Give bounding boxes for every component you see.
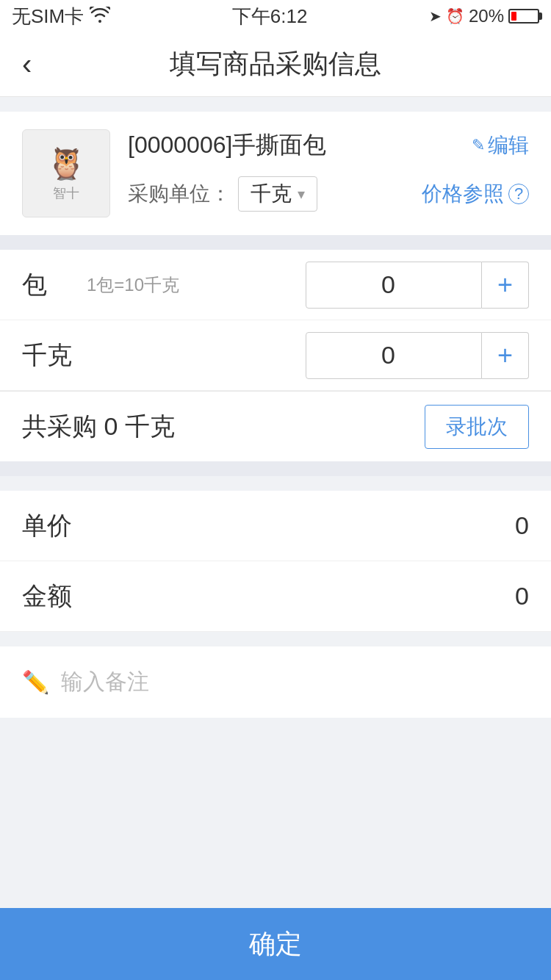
status-left: 无SIM卡 — [12, 4, 110, 29]
time-text: 下午6:12 — [232, 4, 308, 29]
status-bar: 无SIM卡 下午6:12 ➤ ⏰ 20% — [0, 0, 551, 32]
amount-value: 0 — [515, 582, 529, 610]
product-logo-icon: 🦉 — [47, 145, 85, 181]
status-right: ➤ ⏰ 20% — [429, 6, 539, 26]
location-icon: ➤ — [429, 7, 442, 25]
amount-label: 金额 — [22, 580, 72, 613]
help-icon: ? — [508, 184, 529, 204]
kg-plus-button[interactable]: + — [482, 332, 529, 379]
edit-icon: ✎ — [472, 136, 485, 155]
price-ref-button[interactable]: 价格参照 ? — [422, 180, 529, 208]
wifi-icon — [90, 5, 110, 28]
price-ref-label: 价格参照 — [422, 180, 504, 208]
bag-input-row: 包 1包=10千克 + — [0, 250, 551, 320]
notes-section[interactable]: ✏️ 输入备注 — [0, 646, 551, 718]
logo-subtitle: 智十 — [53, 184, 79, 202]
bag-quantity-input[interactable] — [306, 262, 482, 309]
pencil-icon: ✏️ — [22, 669, 49, 695]
total-row: 共采购 0 千克 录批次 — [0, 391, 551, 461]
back-button[interactable]: ‹ — [22, 48, 32, 81]
battery-percent: 20% — [469, 6, 504, 26]
kg-input-row: 千克 + — [0, 320, 551, 391]
product-name: [0000006]手撕面包 — [128, 129, 326, 162]
unit-price-value: 0 — [515, 511, 529, 540]
product-image: 🦉 智十 — [22, 129, 110, 217]
carrier-text: 无SIM卡 — [12, 4, 84, 29]
bottom-filler — [0, 718, 551, 908]
section-divider-2 — [0, 461, 551, 476]
bag-input-group: + — [306, 262, 529, 309]
kg-input-group: + — [306, 332, 529, 379]
input-section: 包 1包=10千克 + 千克 + 共采购 0 千克 录批次 — [0, 250, 551, 461]
alarm-icon: ⏰ — [446, 7, 464, 25]
unit-price-label: 单价 — [22, 509, 72, 543]
product-info: [0000006]手撕面包 ✎ 编辑 采购单位： 千克 ▾ 价格参照 ? — [128, 129, 529, 212]
confirm-button[interactable]: 确定 — [0, 908, 551, 980]
total-text: 共采购 0 千克 — [22, 410, 175, 444]
unit-price-row: 单价 0 — [0, 491, 551, 561]
unit-label: 采购单位： — [128, 180, 231, 208]
nav-bar: ‹ 填写商品采购信息 — [0, 32, 551, 97]
purchase-unit-row: 采购单位： 千克 ▾ 价格参照 ? — [128, 176, 529, 212]
edit-button[interactable]: ✎ 编辑 — [472, 131, 529, 159]
product-name-row: [0000006]手撕面包 ✎ 编辑 — [128, 129, 529, 162]
kg-quantity-input[interactable] — [306, 332, 482, 379]
record-batch-button[interactable]: 录批次 — [425, 405, 529, 449]
bag-sublabel: 1包=10千克 — [87, 273, 179, 297]
battery-icon — [508, 9, 539, 24]
kg-label: 千克 — [22, 339, 81, 372]
unit-value: 千克 — [251, 180, 292, 208]
edit-label: 编辑 — [488, 131, 529, 159]
chevron-down-icon: ▾ — [298, 185, 305, 203]
amount-row: 金额 0 — [0, 561, 551, 632]
section-divider-1 — [0, 235, 551, 250]
notes-placeholder: 输入备注 — [61, 667, 149, 697]
product-card: 🦉 智十 [0000006]手撕面包 ✎ 编辑 采购单位： 千克 ▾ — [0, 112, 551, 235]
page-title: 填写商品采购信息 — [170, 46, 381, 82]
unit-select[interactable]: 千克 ▾ — [238, 176, 317, 212]
price-section: 单价 0 金额 0 — [0, 491, 551, 632]
bag-label: 包 — [22, 268, 81, 302]
bag-plus-button[interactable]: + — [482, 262, 529, 309]
